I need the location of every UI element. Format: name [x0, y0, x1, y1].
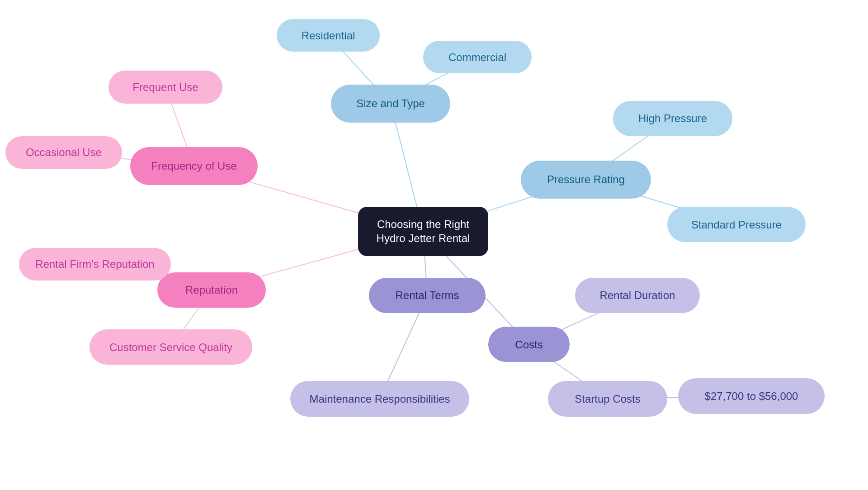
node-occasional-use: Occasional Use [5, 136, 122, 169]
node-high-pressure: High Pressure [613, 101, 732, 136]
node-standard-pressure: Standard Pressure [667, 207, 806, 242]
node-rental-duration: Rental Duration [575, 278, 700, 313]
node-price-range: $27,700 to $56,000 [678, 378, 825, 414]
node-rental-firms-rep: Rental Firm's Reputation [19, 248, 171, 281]
node-rental-terms: Rental Terms [369, 278, 486, 313]
node-center: Choosing the Right Hydro Jetter Rental [358, 207, 488, 256]
node-size-type: Size and Type [331, 85, 450, 123]
node-reputation: Reputation [157, 272, 266, 308]
node-costs: Costs [488, 327, 570, 362]
node-frequent-use: Frequent Use [108, 71, 222, 103]
node-frequency: Frequency of Use [130, 147, 258, 185]
node-residential: Residential [277, 19, 380, 52]
node-customer-service: Customer Service Quality [90, 329, 252, 365]
node-pressure-rating: Pressure Rating [521, 161, 651, 199]
node-maintenance: Maintenance Responsibilities [290, 381, 469, 416]
mind-map-container: Choosing the Right Hydro Jetter RentalSi… [0, 0, 868, 490]
node-commercial: Commercial [423, 41, 532, 73]
node-startup-costs: Startup Costs [548, 381, 667, 416]
